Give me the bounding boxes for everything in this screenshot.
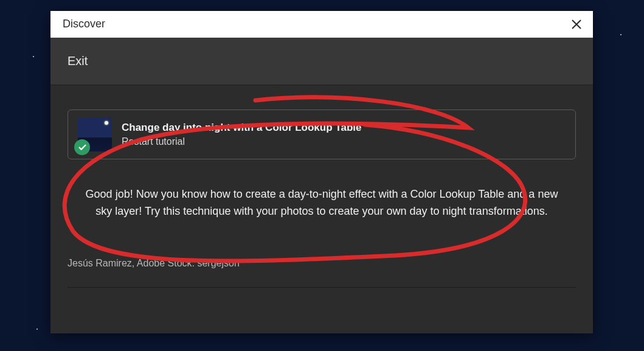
panel-body: Exit Change day into night with a Color … xyxy=(50,38,593,333)
close-icon[interactable] xyxy=(571,19,582,30)
tutorial-card[interactable]: Change day into night with a Color Looku… xyxy=(68,109,576,159)
exit-label: Exit xyxy=(68,54,88,68)
restart-tutorial-link[interactable]: Restart tutorial xyxy=(122,136,361,147)
tutorial-text: Change day into night with a Color Looku… xyxy=(122,122,361,147)
panel-header: Discover xyxy=(50,11,593,38)
check-badge-icon xyxy=(74,139,90,155)
discover-panel: Discover Exit Change day into night with… xyxy=(50,11,593,333)
congrats-message: Good job! Now you know how to create a d… xyxy=(85,186,559,220)
divider xyxy=(68,287,576,288)
credits-text: Jesús Ramirez, Adobe Stock: sergejson xyxy=(68,258,576,269)
exit-button[interactable]: Exit xyxy=(50,38,593,85)
content-area: Change day into night with a Color Looku… xyxy=(50,85,593,288)
tutorial-title: Change day into night with a Color Looku… xyxy=(122,122,361,134)
panel-title: Discover xyxy=(63,18,105,30)
tutorial-thumbnail xyxy=(78,117,112,151)
